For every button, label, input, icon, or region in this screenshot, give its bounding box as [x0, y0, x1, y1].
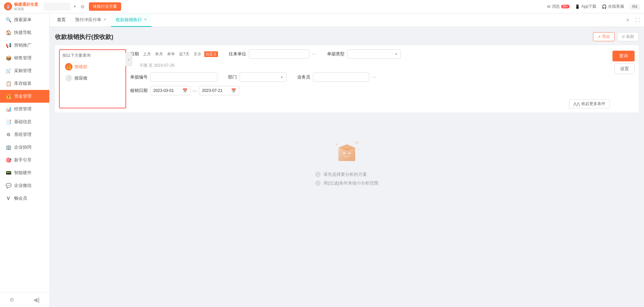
- department-select[interactable]: ▼: [239, 72, 286, 82]
- doc-number-label: 单据编号: [130, 74, 148, 80]
- date-this-year[interactable]: 本年: [166, 51, 176, 58]
- sidebar-item-sales[interactable]: 📦 销售管理: [0, 52, 49, 64]
- counterparty-more-icon[interactable]: ···: [312, 51, 316, 57]
- sidebar-item-purchase[interactable]: 🛒 采购管理: [0, 64, 49, 77]
- sidebar-item-marketing[interactable]: 📢 营销推广: [0, 39, 49, 52]
- messages-btn[interactable]: ✉ 消息 99+: [547, 4, 570, 9]
- sidebar-item-basic-info[interactable]: 📑 基础信息: [0, 115, 49, 128]
- messages-badge: 99+: [561, 5, 570, 8]
- top-bar: 🐰 畅捷通好生意 标准版 ▼ ⚙ 休验行业方案 ✉ 消息 99+ 📱 App下载…: [0, 0, 644, 13]
- app-version: 标准版: [14, 7, 38, 11]
- filter-option-collection[interactable]: 💰 按收款: [62, 61, 123, 72]
- verify-date-label: 核销日期: [130, 88, 148, 94]
- refresh-btn[interactable]: ↺ 刷新: [617, 32, 639, 41]
- sidebar-item-inventory[interactable]: 📋 库存核算: [0, 77, 49, 90]
- date-more[interactable]: 更多: [192, 51, 203, 58]
- collapse-left-icon: «: [128, 58, 130, 61]
- tab-collection-label: 收款核销执行: [116, 17, 142, 23]
- counterparty-input[interactable]: [249, 49, 309, 59]
- sidebar-item-hardware[interactable]: 📟 智能硬件: [0, 166, 49, 179]
- salesperson-field: 业务员 ···: [297, 72, 376, 82]
- tab-close-all-icon[interactable]: ✕: [625, 16, 631, 24]
- finance-icon: 💰: [5, 94, 11, 99]
- sidebar-label-search: 搜索菜单: [14, 17, 32, 23]
- app-download-label: App下载: [581, 4, 596, 9]
- filter-collapse-btn[interactable]: «: [125, 53, 132, 66]
- sidebar-label-purchase: 采购管理: [14, 68, 32, 74]
- sidebar-item-operation[interactable]: 📊 经营管理: [0, 103, 49, 115]
- verify-date-end-input[interactable]: 2023-07-21 📅: [199, 86, 239, 95]
- tab-bar: 首页 预付冲应付单 ✕ 收款核销执行 ✕ ✕ ⛶: [50, 13, 644, 27]
- user-name[interactable]: Rit: [630, 4, 640, 10]
- filter-option-receivable[interactable]: 🕐 按应收: [62, 72, 123, 84]
- receivable-option-label: 按应收: [74, 75, 88, 81]
- home-icon: 🏠: [5, 30, 11, 35]
- page-header: 收款核销执行(按收款) ↗ 导出 ↺ 刷新: [55, 32, 639, 41]
- verify-date-start-input[interactable]: 2023-03-01 📅: [150, 86, 191, 95]
- basic-info-icon: 📑: [5, 119, 11, 124]
- inventory-icon: 📋: [5, 81, 11, 86]
- system-icon: ⚙: [5, 132, 11, 137]
- date-7days[interactable]: 近7天: [178, 51, 191, 58]
- settings-icon[interactable]: ⚙: [80, 4, 85, 9]
- tab-collection-close[interactable]: ✕: [144, 18, 147, 21]
- industry-btn[interactable]: 休验行业方案: [89, 2, 121, 11]
- salesperson-more-icon[interactable]: ···: [372, 74, 376, 80]
- export-icon: ↗: [597, 35, 601, 39]
- filter-row-date: 日期 上月 本月 本年 近7天 更多 自定义: [130, 49, 610, 59]
- sidebar-bottom: ⚙ ◀‖: [0, 292, 49, 307]
- sidebar-item-quick-nav[interactable]: 🏠 快捷导航: [0, 26, 49, 39]
- date-last-month[interactable]: 上月: [142, 51, 152, 58]
- filter-left-panel: 按以下方案查询 💰 按收款 🕐 按应收 «: [59, 49, 126, 108]
- filter-container: 按以下方案查询 💰 按收款 🕐 按应收 «: [55, 45, 639, 112]
- sidebar-item-system[interactable]: ⚙ 系统管理: [0, 128, 49, 141]
- sidebar-item-search[interactable]: 🔍 搜索菜单: [0, 13, 49, 26]
- sidebar-label-sales: 销售管理: [14, 55, 32, 61]
- query-btn[interactable]: 查询: [612, 51, 635, 61]
- search-icon: 🔍: [5, 17, 11, 22]
- date-value-display: 不限 至 2023-07-26: [130, 63, 610, 68]
- department-field: 部门 ▼: [228, 72, 286, 82]
- date-custom-badge[interactable]: 自定义: [204, 51, 218, 57]
- svg-point-1: [343, 152, 345, 154]
- date-this-month[interactable]: 本月: [154, 51, 164, 58]
- doc-type-label: 单据类型: [327, 51, 344, 57]
- message-icon: ✉: [547, 4, 550, 9]
- bottom-settings-icon[interactable]: ⚙: [7, 295, 17, 304]
- collapse-more-btn[interactable]: ⋀⋀ 收起更多条件: [569, 99, 610, 108]
- top-bar-right: ✉ 消息 99+ 📱 App下载 🎧 在线客服 Rit: [547, 4, 640, 10]
- account-info[interactable]: [44, 3, 70, 11]
- sidebar-item-enterprise[interactable]: 🏢 企业协同: [0, 141, 49, 154]
- export-btn[interactable]: ↗ 导出: [593, 32, 614, 41]
- export-label: 导出: [602, 34, 610, 40]
- tab-expand-icon[interactable]: ⛶: [634, 16, 641, 24]
- operation-icon: 📊: [5, 106, 11, 112]
- refresh-icon: ↺: [622, 35, 625, 39]
- sidebar-item-wechat[interactable]: 💬 企业微信: [0, 179, 49, 192]
- sidebar-label-member: 畅会员: [14, 195, 27, 201]
- online-service-btn[interactable]: 🎧 在线客服: [602, 4, 624, 9]
- sidebar-item-finance[interactable]: 💰 资金管理: [0, 90, 49, 103]
- tab-collection[interactable]: 收款核销执行 ✕: [111, 13, 152, 27]
- empty-illustration: [330, 133, 364, 166]
- filter-settings-btn[interactable]: 设置: [614, 63, 635, 74]
- app-download-btn[interactable]: 📱 App下载: [575, 4, 596, 9]
- department-label: 部门: [228, 74, 237, 80]
- dropdown-arrow-icon[interactable]: ▼: [73, 5, 76, 8]
- doc-number-input[interactable]: [150, 72, 217, 82]
- salesperson-input[interactable]: [313, 72, 369, 82]
- receivable-option-icon: 🕐: [65, 74, 72, 82]
- app-name: 畅捷通好生意: [14, 2, 38, 7]
- app-logo: 🐰: [4, 2, 12, 10]
- messages-label: 消息: [552, 4, 560, 9]
- counterparty-label: 往来单位: [229, 51, 246, 57]
- sidebar-item-member[interactable]: V 畅会员: [0, 192, 49, 205]
- tab-home[interactable]: 首页: [52, 13, 70, 27]
- bottom-collapse-icon[interactable]: ◀‖: [31, 295, 43, 304]
- doc-type-select[interactable]: ▼: [347, 49, 401, 59]
- tab-prepay-close[interactable]: ✕: [103, 18, 106, 21]
- verify-date-end-value: 2023-07-21: [202, 88, 222, 93]
- sidebar-item-guide[interactable]: 🎯 新手引导: [0, 154, 49, 166]
- tab-prepay[interactable]: 预付冲应付单 ✕: [70, 13, 111, 27]
- sidebar: 🔍 搜索菜单 🏠 快捷导航 📢 营销推广 📦 销售管理 🛒 采购管理 📋 库存核…: [0, 13, 50, 307]
